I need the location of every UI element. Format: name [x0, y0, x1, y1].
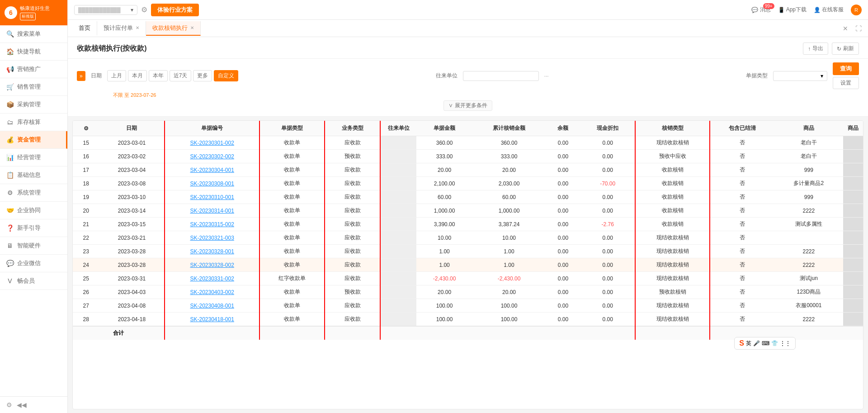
sidebar-icon-sales: 🛒: [6, 83, 14, 90]
doc-no-link[interactable]: SK-20230418-001: [190, 316, 234, 323]
cell-cash-discount: 0.00: [580, 285, 635, 299]
th-counterpart[interactable]: 往来单位: [380, 121, 416, 136]
cell-cash-discount: 0.00: [580, 272, 635, 285]
doc-no-link[interactable]: SK-20230331-002: [190, 275, 234, 282]
doc-no-link[interactable]: SK-20230315-002: [190, 221, 234, 228]
doc-no-link[interactable]: SK-20230408-001: [190, 303, 234, 309]
refresh-btn[interactable]: ↻ 刷新: [832, 43, 859, 55]
sidebar-item-quick-nav[interactable]: 🏠 快捷导航: [0, 43, 67, 61]
tab-collection-cancel[interactable]: 收款核销执行 ✕: [146, 21, 201, 36]
th-doc-no[interactable]: 单据编号: [165, 121, 259, 136]
cell-cash-discount: 0.00: [580, 245, 635, 258]
last-7-days-btn[interactable]: 近7天: [170, 70, 192, 81]
sidebar-item-hardware[interactable]: 🖥 智能硬件: [0, 237, 67, 255]
expand-tab-btn[interactable]: ⛶: [854, 24, 863, 33]
tab-pre-receivable-close[interactable]: ✕: [136, 25, 139, 30]
cell-counterpart: [380, 218, 416, 231]
data-table: ⚙ 日期 单据编号 单据类型 业务类型 往来单位 单据金额 累计核销金额 余额 …: [73, 121, 863, 340]
voucher-type-select[interactable]: ▾: [773, 71, 827, 81]
filter-ellipsis[interactable]: ···: [544, 73, 549, 79]
th-gear[interactable]: ⚙: [73, 121, 99, 136]
cell-product1: 老白干: [774, 150, 843, 163]
cell-biz-type: 应收款: [325, 313, 380, 327]
ime-mic-icon[interactable]: 🎤: [753, 340, 760, 347]
last-month-btn[interactable]: 上月: [107, 70, 126, 81]
sidebar-item-finance[interactable]: 💰 资金管理: [0, 131, 67, 149]
doc-no-link[interactable]: SK-20230301-002: [190, 140, 234, 146]
ime-keyboard-icon[interactable]: ⌨: [762, 340, 769, 347]
th-cancel-type[interactable]: 核销类型: [635, 121, 710, 136]
doc-no-link[interactable]: SK-20230328-002: [190, 262, 234, 268]
th-include-settled[interactable]: 包含已结清: [710, 121, 774, 136]
counterpart-field[interactable]: [463, 71, 539, 81]
doc-no-link[interactable]: SK-20230321-003: [190, 235, 234, 241]
online-service-btn[interactable]: 👤 在线客服: [814, 6, 844, 14]
workspace-select[interactable]: ████████████ ▾: [74, 5, 137, 15]
sidebar-bottom: ⚙ ◀◀: [0, 396, 67, 413]
sidebar-item-member[interactable]: V 畅会员: [0, 272, 67, 290]
doc-no-link[interactable]: SK-20230304-001: [190, 167, 234, 173]
sidebar-item-purchase[interactable]: 📦 采购管理: [0, 96, 67, 114]
setting-btn[interactable]: 设置: [833, 77, 859, 89]
th-biz-type[interactable]: 业务类型: [325, 121, 380, 136]
th-cash-discount[interactable]: 现金折扣: [580, 121, 635, 136]
cell-biz-type: 应收款: [325, 204, 380, 218]
app-download-btn[interactable]: 📱 App下载: [778, 6, 807, 14]
close-tab-btn[interactable]: ✕: [841, 24, 850, 33]
doc-no-link[interactable]: SK-20230308-001: [190, 180, 234, 187]
sidebar-item-operation[interactable]: 📊 经营管理: [0, 149, 67, 166]
cell-doc-no: SK-20230304-001: [165, 163, 259, 177]
collapse-icon[interactable]: ◀◀: [17, 401, 27, 408]
sidebar-item-wechat[interactable]: 💬 企业微信: [0, 255, 67, 272]
cell-doc-no: SK-20230301-002: [165, 136, 259, 150]
sidebar-item-sales[interactable]: 🛒 销售管理: [0, 78, 67, 96]
th-product2[interactable]: 商品: [843, 121, 863, 136]
settings-icon[interactable]: ⚙: [6, 401, 12, 408]
ime-shirt-icon[interactable]: 👕: [771, 340, 778, 347]
filter-collapse-btn[interactable]: »: [77, 71, 85, 81]
messages-btn[interactable]: 💬 消息 99+: [751, 6, 771, 14]
doc-no-link[interactable]: SK-20230403-002: [190, 289, 234, 295]
sidebar-icon-marketing: 📢: [6, 66, 14, 73]
th-amount[interactable]: 单据金额: [416, 121, 472, 136]
industry-solution-btn[interactable]: 体验行业方案: [151, 4, 199, 16]
th-cancel-amount[interactable]: 累计核销金额: [472, 121, 546, 136]
sidebar-item-inventory[interactable]: 🗂 库存核算: [0, 114, 67, 131]
tab-collection-cancel-close[interactable]: ✕: [190, 25, 194, 30]
doc-no-link[interactable]: SK-20230314-001: [190, 208, 234, 214]
counterpart-input[interactable]: [467, 73, 535, 79]
th-doc-type[interactable]: 单据类型: [259, 121, 325, 136]
cell-include-settled: 否: [710, 299, 774, 313]
ime-lang[interactable]: 英: [746, 340, 751, 347]
doc-no-link[interactable]: SK-20230328-001: [190, 248, 234, 255]
cell-date: 2023-03-02: [99, 150, 165, 163]
export-btn[interactable]: ↑ 导出: [803, 43, 828, 55]
sidebar-label-purchase: 采购管理: [17, 100, 41, 109]
sidebar-item-basic[interactable]: 📋 基础信息: [0, 166, 67, 184]
doc-no-link[interactable]: SK-20230302-002: [190, 153, 234, 160]
sidebar-item-system[interactable]: ⚙ 系统管理: [0, 184, 67, 202]
sidebar-item-corp[interactable]: 🤝 企业协同: [0, 202, 67, 219]
tab-home[interactable]: 首页: [72, 21, 97, 36]
query-btn[interactable]: 查询: [833, 62, 859, 75]
th-balance[interactable]: 余额: [546, 121, 580, 136]
custom-date-btn[interactable]: 自定义: [214, 70, 238, 81]
ime-grid-icon[interactable]: ⋮⋮: [780, 340, 791, 347]
sidebar-item-marketing[interactable]: 📢 营销推广: [0, 61, 67, 78]
workspace-value: ████████████: [78, 7, 129, 13]
user-avatar[interactable]: R: [851, 5, 862, 15]
gear-icon[interactable]: ⚙: [141, 5, 147, 14]
expand-conditions-btn[interactable]: ∨ 展开更多条件: [443, 100, 492, 111]
cell-product1: 2222: [774, 245, 843, 258]
sidebar-item-guide[interactable]: ❓ 新手引导: [0, 219, 67, 237]
this-year-btn[interactable]: 本年: [149, 70, 168, 81]
sidebar-item-search[interactable]: 🔍 搜索菜单: [0, 25, 67, 43]
cell-counterpart: [380, 313, 416, 327]
cell-balance: 0.00: [546, 150, 580, 163]
th-date[interactable]: 日期: [99, 121, 165, 136]
more-date-btn[interactable]: 更多: [193, 70, 212, 81]
th-product1[interactable]: 商品: [774, 121, 843, 136]
doc-no-link[interactable]: SK-20230310-001: [190, 194, 234, 200]
this-month-btn[interactable]: 本月: [128, 70, 147, 81]
tab-pre-receivable[interactable]: 预计应付单 ✕: [97, 21, 146, 36]
